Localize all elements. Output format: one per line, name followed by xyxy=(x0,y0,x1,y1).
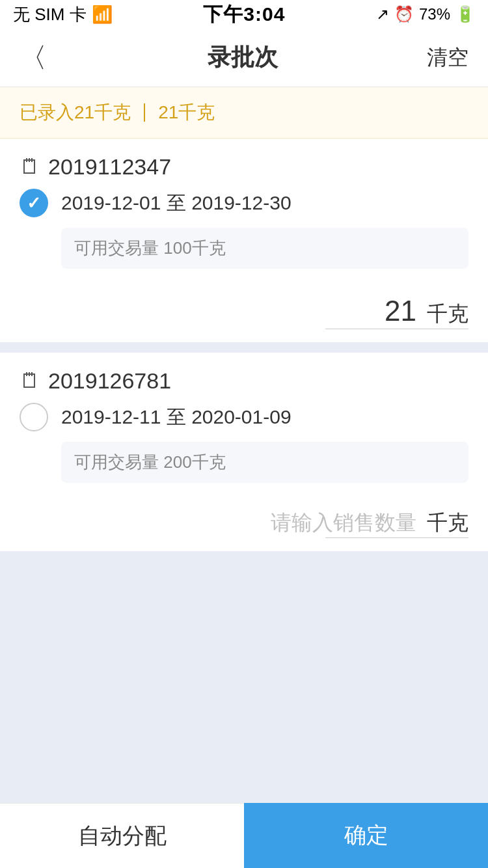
batch1-available: 可用交易量 100千克 xyxy=(61,228,468,269)
nav-bar: 〈 录批次 清空 xyxy=(0,29,488,87)
clear-button[interactable]: 清空 xyxy=(427,44,468,72)
batch2-input-unit: 千克 xyxy=(427,509,468,537)
no-sim-text: 无 SIM 卡 xyxy=(13,3,87,26)
batch2-radio[interactable] xyxy=(20,403,48,431)
batch2-id: 2019126781 xyxy=(48,368,171,394)
alarm-icon: ⏰ xyxy=(394,5,414,23)
batch1-icon: 🗒 xyxy=(20,155,40,179)
section-divider-2 xyxy=(0,551,488,562)
batch2-id-row: 🗒 2019126781 xyxy=(20,368,468,394)
batch1-amount-unit: 千克 xyxy=(427,300,468,329)
batch1-card: 🗒 2019112347 ✓ 2019-12-01 至 2019-12-30 可… xyxy=(0,139,488,342)
batch1-amount-row: 21 千克 xyxy=(0,282,488,329)
page-title: 录批次 xyxy=(208,42,278,74)
batch1-radio[interactable]: ✓ xyxy=(20,189,48,217)
batch1-amount-value: 21 xyxy=(385,295,416,327)
batch1-check-icon: ✓ xyxy=(27,193,41,213)
battery-text: 73% xyxy=(419,5,450,23)
status-bar: 无 SIM 卡 📶 下午3:04 ↗ ⏰ 73% 🔋 xyxy=(0,0,488,29)
summary-divider xyxy=(144,103,145,122)
batch2-input-placeholder: 请输入销售数量 xyxy=(271,509,416,537)
batch1-date-row: ✓ 2019-12-01 至 2019-12-30 xyxy=(20,189,468,217)
batch1-id: 2019112347 xyxy=(48,154,171,180)
section-divider xyxy=(0,342,488,353)
wifi-icon: 📶 xyxy=(92,5,113,25)
empty-area xyxy=(0,562,488,803)
summary-bar: 已录入21千克 21千克 xyxy=(0,87,488,139)
location-icon: ↗ xyxy=(376,5,389,23)
batch2-date-row: 2019-12-11 至 2020-01-09 xyxy=(20,403,468,431)
content-area: 已录入21千克 21千克 🗒 2019112347 ✓ 2019-12-01 至… xyxy=(0,87,488,803)
confirm-button[interactable]: 确定 xyxy=(244,803,488,868)
recorded-text: 已录入21千克 xyxy=(20,100,131,125)
bottom-bar: 自动分配 确定 xyxy=(0,803,488,868)
status-right: ↗ ⏰ 73% 🔋 xyxy=(376,5,475,23)
battery-icon: 🔋 xyxy=(455,5,475,23)
total-text: 21千克 xyxy=(158,100,215,125)
batch2-inner: 🗒 2019126781 2019-12-11 至 2020-01-09 可用交… xyxy=(0,353,488,496)
batch2-available: 可用交易量 200千克 xyxy=(61,442,468,483)
back-button[interactable]: 〈 xyxy=(20,40,59,76)
status-left: 无 SIM 卡 📶 xyxy=(13,3,113,26)
batch2-icon: 🗒 xyxy=(20,369,40,393)
batch2-card: 🗒 2019126781 2019-12-11 至 2020-01-09 可用交… xyxy=(0,353,488,551)
batch1-inner: 🗒 2019112347 ✓ 2019-12-01 至 2019-12-30 可… xyxy=(0,139,488,282)
batch1-date: 2019-12-01 至 2019-12-30 xyxy=(61,190,291,217)
status-time: 下午3:04 xyxy=(203,1,285,28)
batch2-input-row: 请输入销售数量 千克 xyxy=(0,496,488,537)
auto-distribute-button[interactable]: 自动分配 xyxy=(0,803,244,868)
batch2-date: 2019-12-11 至 2020-01-09 xyxy=(61,404,291,431)
batch1-id-row: 🗒 2019112347 xyxy=(20,154,468,180)
